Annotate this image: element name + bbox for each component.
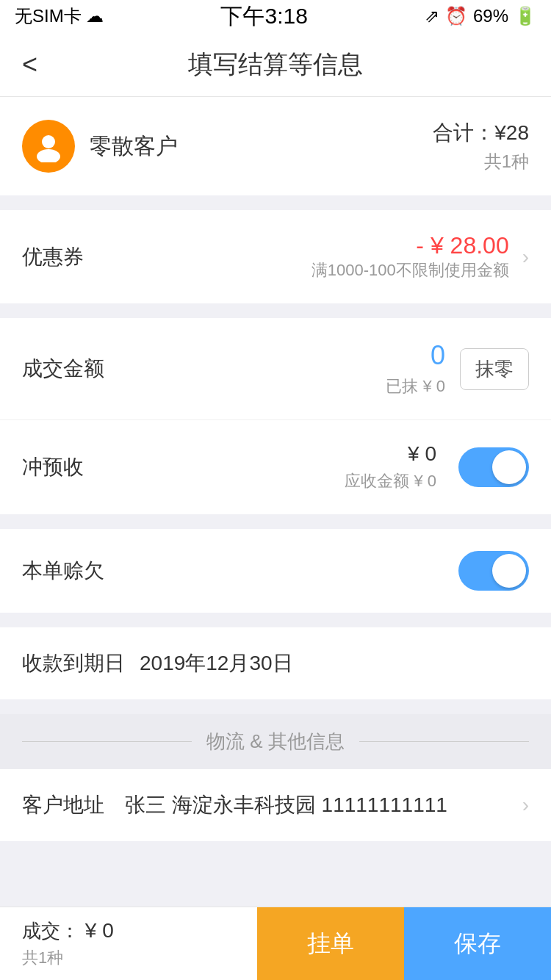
customer-avatar xyxy=(22,120,75,173)
coupon-amount: - ¥ 28.00 xyxy=(416,232,508,259)
svg-point-0 xyxy=(42,135,55,148)
alarm-icon: ⏰ xyxy=(445,6,467,26)
duedate-section: 收款到期日 2019年12月30日 xyxy=(0,627,551,699)
prereceive-main: ¥ 0 xyxy=(408,442,436,466)
logistics-text: 物流 & 其他信息 xyxy=(206,729,345,754)
coupon-values: - ¥ 28.00 满1000-100不限制使用金额 xyxy=(311,232,509,281)
customer-total: 合计：¥28 xyxy=(433,119,529,147)
hold-button-label: 挂单 xyxy=(307,928,354,960)
bottom-trade-label: 成交： xyxy=(22,920,79,942)
prereceive-amounts: ¥ 0 应收金额 ¥ 0 xyxy=(345,442,436,492)
status-bar: 无SIM卡 ☁ 下午3:18 ⇗ ⏰ 69% 🔋 xyxy=(0,0,551,32)
logistics-section: 物流 & 其他信息 xyxy=(0,714,551,769)
trade-amount-value: 0 xyxy=(431,340,445,371)
status-right: ⇗ ⏰ 69% 🔋 xyxy=(425,6,536,26)
user-icon xyxy=(32,130,65,162)
prereceive-sub: 应收金额 ¥ 0 xyxy=(345,470,436,492)
round-button[interactable]: 抹零 xyxy=(460,348,529,390)
location-icon: ⇗ xyxy=(425,6,439,26)
amount-values: 0 已抹 ¥ 0 xyxy=(386,340,445,397)
debt-toggle-knob xyxy=(492,554,526,588)
address-value: 张三 海淀永丰科技园 11111111111 xyxy=(125,791,508,819)
trade-amount-right: 0 已抹 ¥ 0 抹零 xyxy=(386,340,529,397)
amount-section: 成交金额 0 已抹 ¥ 0 抹零 冲预收 ¥ 0 应收金额 ¥ 0 xyxy=(0,318,551,514)
debt-toggle[interactable] xyxy=(458,551,529,591)
debt-label: 本单赊欠 xyxy=(22,557,104,585)
svg-point-1 xyxy=(37,149,60,162)
customer-count: 共1种 xyxy=(433,150,529,173)
main-content: 零散客户 合计：¥28 共1种 优惠券 - ¥ 28.00 满1000-100不… xyxy=(0,97,551,922)
logistics-line-left xyxy=(22,741,192,742)
customer-section: 零散客户 合计：¥28 共1种 xyxy=(0,97,551,195)
page-title: 填写结算等信息 xyxy=(188,48,363,82)
sim-label: 无SIM卡 ☁ xyxy=(15,4,104,28)
customer-name: 零散客户 xyxy=(90,131,178,162)
prereceive-label: 冲预收 xyxy=(22,453,84,481)
save-button-label: 保存 xyxy=(454,928,501,960)
chevron-right-icon: › xyxy=(522,245,529,269)
debt-section: 本单赊欠 xyxy=(0,529,551,613)
duedate-value: 2019年12月30日 xyxy=(140,649,293,677)
customer-left: 零散客户 xyxy=(22,120,178,173)
status-time: 下午3:18 xyxy=(220,1,307,32)
save-button[interactable]: 保存 xyxy=(404,907,551,981)
nav-bar: < 填写结算等信息 xyxy=(0,32,551,97)
battery-label: 69% xyxy=(473,6,508,26)
bottom-trade-amount: ¥ 0 xyxy=(85,919,114,942)
coupon-desc: 满1000-100不限制使用金额 xyxy=(311,259,509,281)
prereceive-right: ¥ 0 应收金额 ¥ 0 xyxy=(345,442,529,492)
trade-amount-label: 成交金额 xyxy=(22,355,104,383)
duedate-label: 收款到期日 xyxy=(22,649,125,677)
back-button[interactable]: < xyxy=(22,49,37,80)
address-section[interactable]: 客户地址 张三 海淀永丰科技园 11111111111 › xyxy=(0,769,551,841)
logistics-line-right xyxy=(359,741,529,742)
bottom-bar: 成交： ¥ 0 共1种 挂单 保存 xyxy=(0,907,551,980)
bottom-count: 共1种 xyxy=(22,947,235,969)
address-label: 客户地址 xyxy=(22,791,110,819)
hold-button[interactable]: 挂单 xyxy=(257,907,404,981)
coupon-right: - ¥ 28.00 满1000-100不限制使用金额 › xyxy=(311,232,529,281)
amount-deducted: 已抹 ¥ 0 xyxy=(386,375,445,397)
customer-right: 合计：¥28 共1种 xyxy=(433,119,529,173)
prereceive-row: 冲预收 ¥ 0 应收金额 ¥ 0 xyxy=(0,420,551,514)
bottom-info: 成交： ¥ 0 共1种 xyxy=(0,918,257,969)
toggle-knob xyxy=(492,450,526,484)
prereceive-toggle[interactable] xyxy=(458,447,529,487)
bottom-trade-line: 成交： ¥ 0 xyxy=(22,918,235,944)
address-chevron-icon: › xyxy=(522,793,529,817)
coupon-section: 优惠券 - ¥ 28.00 满1000-100不限制使用金额 › xyxy=(0,210,551,303)
coupon-row[interactable]: 优惠券 - ¥ 28.00 满1000-100不限制使用金额 › xyxy=(0,210,551,303)
status-left: 无SIM卡 ☁ xyxy=(15,4,104,28)
coupon-label: 优惠券 xyxy=(22,243,110,271)
trade-amount-row: 成交金额 0 已抹 ¥ 0 抹零 xyxy=(0,318,551,420)
battery-icon: 🔋 xyxy=(514,6,536,26)
